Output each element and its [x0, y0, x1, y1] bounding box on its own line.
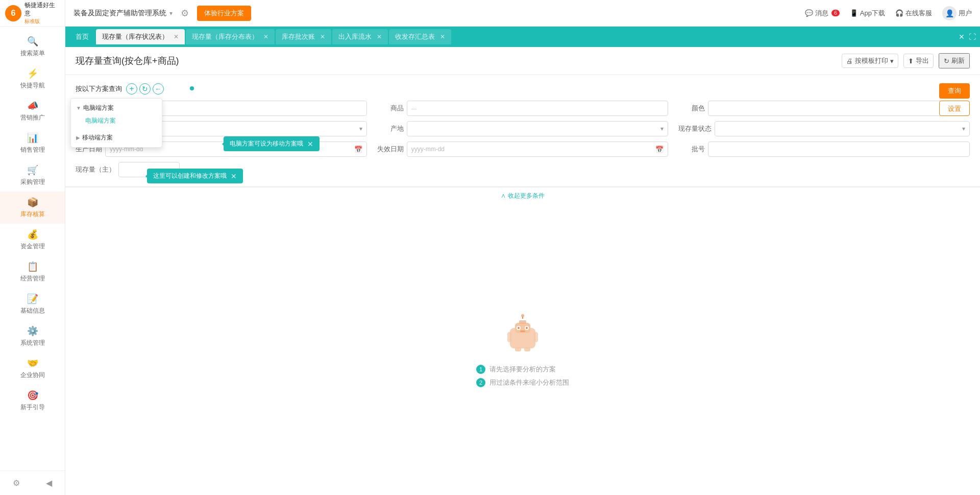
- filter-row-2: 尺码 ▾ 产地 ▾ 现存量状态: [76, 121, 970, 136]
- svg-point-13: [521, 314, 524, 317]
- sidebar-item-finance[interactable]: 💰资金管理: [0, 224, 65, 256]
- tree-arrow-pc: ▼: [76, 105, 81, 111]
- reset-button[interactable]: 设置: [939, 101, 970, 116]
- svg-rect-7: [507, 332, 511, 342]
- search-button[interactable]: 查询: [939, 83, 970, 99]
- filter-batch: 批号: [678, 142, 970, 157]
- refresh-button[interactable]: ↻ 刷新: [939, 53, 970, 68]
- tab-bar: 首页 现存量（库存状况表） ✕ 现存量（库存分布表） ✕ 库存批次账 ✕ 出入库…: [65, 27, 980, 47]
- collapse-sidebar-icon[interactable]: ◀: [44, 476, 54, 490]
- sidebar-item-inventory[interactable]: 📦库存核算: [0, 192, 65, 224]
- trial-button[interactable]: 体验行业方案: [197, 6, 251, 21]
- sidebar-label-marketing: 营销推广: [20, 113, 45, 122]
- app-download-btn[interactable]: 📱 App下载: [850, 9, 885, 18]
- filter-stock-status: 现存量状态 ▾: [678, 121, 970, 136]
- collapse-label: 收起更多条件: [508, 192, 545, 199]
- scheme-item-pc-1[interactable]: 电脑端方案: [71, 114, 162, 127]
- gear-icon[interactable]: ⚙: [181, 8, 189, 19]
- tab-fullscreen-icon[interactable]: ⛶: [969, 33, 976, 41]
- empty-step-2: 2 用过滤条件来缩小分析范围: [476, 378, 569, 387]
- filter-row-1: 按搜商品 ··· 商品 ··· 颜色: [76, 101, 970, 116]
- page-header: 现存量查询(按仓库+商品) 🖨 按模板打印 ▾ ⬆ 导出 ↻ 刷新: [65, 47, 980, 75]
- color-select[interactable]: ▾: [708, 101, 970, 116]
- stock-status-select[interactable]: ▾: [715, 121, 970, 136]
- sidebar-item-sales[interactable]: 📊销售管理: [0, 127, 65, 159]
- exp-date-input[interactable]: yyyy-mm-dd 📅: [407, 142, 669, 157]
- sidebar-item-operation[interactable]: 📋经营管理: [0, 256, 65, 288]
- sidebar-label-system: 系统管理: [20, 339, 45, 347]
- system-icon: ⚙️: [27, 325, 38, 337]
- top-header: 装备及固定资产辅助管理系统 ▾ ⚙ 体验行业方案 💬 消息 6 📱 App下载 …: [65, 0, 980, 27]
- user-btn[interactable]: 👤 用户: [942, 6, 972, 20]
- tab-inout[interactable]: 出入库流水 ✕: [332, 29, 388, 44]
- tree-arrow-mobile: ▶: [76, 135, 80, 140]
- goods-label: 商品: [377, 104, 404, 113]
- tab-close-inventory-dist[interactable]: ✕: [263, 33, 268, 40]
- sidebar-item-purchase[interactable]: 🛒采购管理: [0, 159, 65, 192]
- tab-close-batch[interactable]: ✕: [320, 33, 325, 40]
- system-dropdown-arrow[interactable]: ▾: [169, 10, 173, 17]
- svg-rect-8: [534, 332, 538, 342]
- goods-input[interactable]: ···: [407, 101, 669, 116]
- scheme-tree-pc-header[interactable]: ▼ 电脑端方案: [71, 102, 162, 114]
- sidebar-item-guide[interactable]: 🎯新手引导: [0, 385, 65, 417]
- sidebar-item-enterprise[interactable]: 🤝企业协同: [0, 352, 65, 385]
- tab-close-collect[interactable]: ✕: [440, 33, 445, 40]
- tab-close-all-icon[interactable]: ✕: [959, 33, 965, 41]
- print-button[interactable]: 🖨 按模板打印 ▾: [842, 54, 898, 68]
- filter-exp-date: 失效日期 yyyy-mm-dd 📅: [377, 142, 669, 157]
- tab-inventory-status[interactable]: 现存量（库存状况表） ✕: [96, 29, 185, 44]
- refresh-scheme-btn[interactable]: ↻: [139, 83, 151, 95]
- scheme-tree-mobile-header[interactable]: ▶ 移动端方案: [71, 131, 162, 144]
- tab-collect[interactable]: 收发存汇总表 ✕: [389, 29, 451, 44]
- sidebar-item-search[interactable]: 🔍搜索菜单: [0, 31, 65, 63]
- tab-batch[interactable]: 库存批次账 ✕: [276, 29, 331, 44]
- header-right: 💬 消息 6 📱 App下载 🎧 在线客服 👤 用户: [805, 6, 972, 20]
- sidebar-item-basic[interactable]: 📝基础信息: [0, 288, 65, 320]
- settings-footer-icon[interactable]: ⚙: [11, 476, 22, 490]
- export-icon: ⬆: [908, 57, 914, 65]
- exp-date-label: 失效日期: [377, 145, 404, 154]
- batch-input[interactable]: [708, 142, 970, 157]
- export-button[interactable]: ⬆ 导出: [903, 54, 934, 68]
- content-area: 现存量查询(按仓库+商品) 🖨 按模板打印 ▾ ⬆ 导出 ↻ 刷新: [65, 47, 980, 495]
- scheme-tree-pc-section: ▼ 电脑端方案 电脑端方案: [71, 101, 162, 128]
- origin-select[interactable]: ▾: [407, 121, 669, 136]
- add-scheme-btn[interactable]: +: [126, 83, 137, 95]
- sidebar-item-marketing[interactable]: 📣营销推广: [0, 95, 65, 127]
- quick-icon: ⚡: [27, 68, 38, 79]
- right-buttons: 查询 设置: [939, 83, 970, 116]
- origin-select-arrow: ▾: [660, 125, 664, 132]
- sidebar-label-basic: 基础信息: [20, 307, 45, 315]
- purchase-icon: 🛒: [27, 164, 38, 176]
- tab-home[interactable]: 首页: [69, 32, 95, 41]
- sidebar-item-quick[interactable]: ⚡快捷导航: [0, 63, 65, 95]
- inventory-icon: 📦: [27, 197, 38, 208]
- collapse-icon: ∧: [501, 192, 506, 199]
- messages-btn[interactable]: 💬 消息 6: [805, 9, 840, 18]
- tab-bar-end: ✕ ⛶: [959, 33, 976, 41]
- size-select-arrow: ▾: [359, 125, 362, 132]
- refresh-icon: ↻: [944, 57, 949, 65]
- tooltip-edit-close[interactable]: ✕: [231, 172, 237, 180]
- step-num-1: 1: [476, 365, 485, 374]
- support-icon: 🎧: [895, 9, 903, 17]
- tab-close-inventory-status[interactable]: ✕: [174, 33, 179, 40]
- sidebar-nav: 🔍搜索菜单⚡快捷导航📣营销推广📊销售管理🛒采购管理📦库存核算💰资金管理📋经营管理…: [0, 27, 65, 470]
- system-name: 装备及固定资产辅助管理系统 ▾: [74, 9, 173, 18]
- tooltip-edit: 这里可以创建和修改方案哦 ✕: [147, 169, 243, 183]
- online-support-btn[interactable]: 🎧 在线客服: [895, 9, 932, 18]
- tooltip-pc-close[interactable]: ✕: [307, 140, 313, 148]
- tab-close-inout[interactable]: ✕: [377, 33, 382, 40]
- filter-grid-container: 按搜商品 ··· 商品 ··· 颜色: [76, 101, 970, 177]
- filter-section: 按以下方案查询 + ↻ ← ▼ 电脑端方案 电脑端方案: [65, 75, 980, 187]
- scheme-dot-indicator: [190, 86, 194, 90]
- sidebar-label-operation: 经营管理: [20, 274, 45, 283]
- tab-inventory-dist[interactable]: 现存量（库存分布表） ✕: [186, 29, 275, 44]
- mobile-section-label: 移动端方案: [82, 133, 113, 142]
- filter-goods: 商品 ···: [377, 101, 669, 116]
- sidebar-item-system[interactable]: ⚙️系统管理: [0, 320, 65, 352]
- collapse-bar[interactable]: ∧ 收起更多条件: [65, 187, 980, 204]
- back-scheme-btn[interactable]: ←: [153, 83, 164, 95]
- logo-text: 畅捷通好生意 标准版: [24, 2, 60, 24]
